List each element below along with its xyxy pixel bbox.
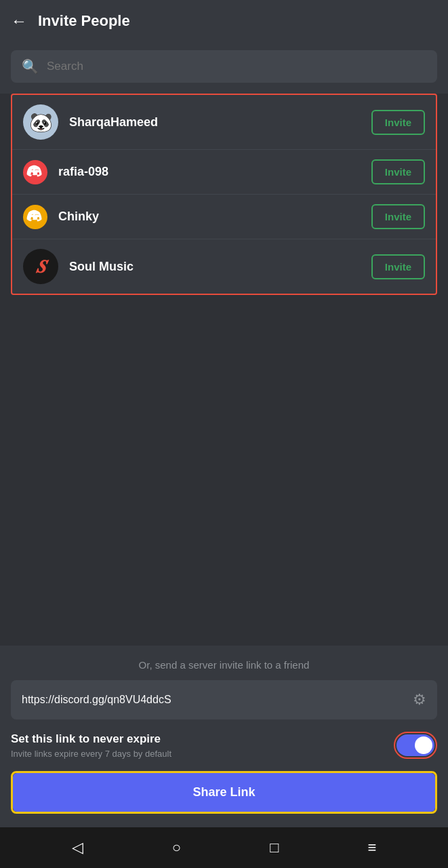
avatar-sharqa: 🐼: [23, 104, 58, 140]
search-icon: 🔍: [22, 58, 39, 75]
toggle-knob: [415, 736, 432, 754]
never-expire-text-block: Set this link to never expire Invite lin…: [11, 732, 394, 759]
user-list: 🐼 SharqaHameed Invite rafia-098 Invite C…: [11, 94, 437, 295]
invite-link-box: https://discord.gg/qn8VU4ddcS ⚙: [11, 680, 437, 719]
never-expire-row: Set this link to never expire Invite lin…: [11, 732, 437, 759]
user-item-soul: 𝑺 Soul Music Invite: [12, 239, 436, 294]
username-soul: Soul Music: [69, 260, 361, 274]
or-text: Or, send a server invite link to a frien…: [11, 659, 437, 671]
invite-button-chinky[interactable]: Invite: [371, 204, 425, 229]
nav-back-icon[interactable]: ◁: [72, 839, 83, 856]
invite-button-sharqa[interactable]: Invite: [371, 110, 425, 135]
search-box: 🔍: [11, 50, 437, 83]
search-container: 🔍: [0, 42, 448, 94]
android-nav-bar: ◁ ○ □ ≡: [0, 827, 448, 868]
avatar-soul: 𝑺: [23, 249, 58, 284]
page-title: Invite People: [38, 12, 130, 30]
nav-home-icon[interactable]: ○: [172, 839, 181, 856]
toggle-wrapper[interactable]: [394, 732, 437, 759]
nav-menu-icon[interactable]: ≡: [368, 839, 377, 856]
spacer: [0, 295, 448, 646]
username-rafia: rafia-098: [58, 165, 361, 179]
never-expire-sub: Invite links expire every 7 days by defa…: [11, 749, 394, 759]
never-expire-toggle[interactable]: [396, 734, 434, 756]
invite-button-rafia[interactable]: Invite: [371, 159, 425, 184]
header: ← Invite People: [0, 0, 448, 42]
never-expire-title: Set this link to never expire: [11, 732, 394, 746]
invite-button-soul[interactable]: Invite: [371, 254, 425, 279]
share-link-wrapper: Share Link: [11, 771, 437, 814]
share-link-button[interactable]: Share Link: [13, 773, 435, 812]
invite-link-text: https://discord.gg/qn8VU4ddcS: [22, 694, 405, 706]
username-sharqa: SharqaHameed: [69, 115, 361, 130]
avatar-rafia: [23, 160, 47, 184]
user-item-sharqa: 🐼 SharqaHameed Invite: [12, 95, 436, 150]
nav-recents-icon[interactable]: □: [270, 839, 279, 856]
gear-icon[interactable]: ⚙: [413, 691, 426, 709]
search-input[interactable]: [47, 60, 426, 73]
soul-logo-letter: 𝑺: [36, 256, 45, 277]
user-item-rafia: rafia-098 Invite: [12, 150, 436, 195]
username-chinky: Chinky: [58, 210, 361, 224]
back-button[interactable]: ←: [11, 13, 27, 29]
user-item-chinky: Chinky Invite: [12, 195, 436, 239]
bottom-section: Or, send a server invite link to a frien…: [0, 646, 448, 827]
avatar-chinky: [23, 205, 47, 229]
